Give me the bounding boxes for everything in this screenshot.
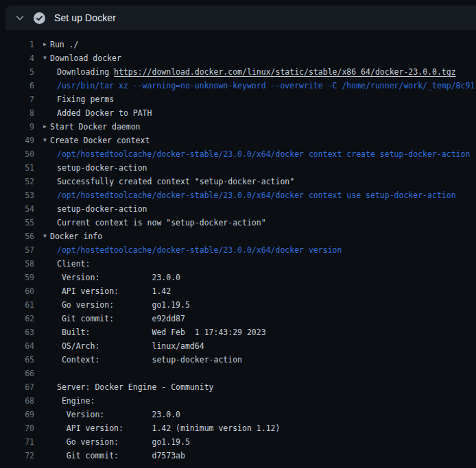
line-number[interactable]: 70 (0, 421, 34, 435)
log-text: Built: Wed Feb 1 17:43:29 2023 (57, 325, 266, 339)
log-text: Go version: go1.19.5 (57, 435, 190, 449)
line-number[interactable]: 61 (0, 298, 34, 312)
log-line: 72 Git commit: d7573ab (0, 449, 476, 463)
line-number[interactable]: 50 (0, 147, 34, 161)
log-text: Version: 23.0.0 (57, 408, 180, 421)
line-number[interactable]: 1 (0, 38, 34, 51)
log-command-text: /usr/bin/tar xz --warning=no-unknown-key… (57, 79, 475, 93)
check-circle-icon (25, 12, 45, 24)
group-label[interactable]: Start Docker daemon (50, 122, 141, 132)
line-number[interactable]: 6 (0, 79, 34, 93)
line-number[interactable]: 69 (0, 408, 34, 421)
line-number[interactable]: 57 (0, 243, 34, 257)
log-line: 61 Go version: go1.19.5 (0, 298, 476, 312)
log-line: 70 API version: 1.42 (minimum version 1.… (0, 421, 476, 435)
log-line: 55Current context is now "setup-docker-a… (0, 216, 476, 230)
log-line: 8Added Docker to PATH (0, 106, 476, 120)
line-number[interactable]: 53 (0, 188, 34, 202)
log-link[interactable]: https://download.docker.com/linux/static… (114, 67, 456, 77)
log-text: Context: setup-docker-action (57, 353, 242, 367)
log-line: 62 Git commit: e92dd87 (0, 312, 476, 325)
log-text: Client: (57, 257, 90, 271)
log-line: 51setup-docker-action (0, 161, 476, 175)
log-text: API version: 1.42 (57, 284, 171, 298)
log-line: 7Fixing perms (0, 93, 476, 106)
log-text: Fixing perms (57, 93, 114, 106)
log-line: 60 API version: 1.42 (0, 284, 476, 298)
step-title: Set up Docker (54, 12, 116, 23)
line-number[interactable]: 59 (0, 271, 34, 284)
log-group-line[interactable]: 56▼Docker info (0, 230, 476, 243)
log-line: 71 Go version: go1.19.5 (0, 435, 476, 449)
log-line: 53/opt/hostedtoolcache/docker-stable/23.… (0, 188, 476, 202)
line-number[interactable]: 67 (0, 380, 34, 394)
log-text: Version: 23.0.0 (57, 271, 180, 284)
group-label[interactable]: Download docker (50, 53, 121, 63)
log-line: 68 Engine: (0, 394, 476, 408)
log-line: 64 OS/Arch: linux/amd64 (0, 339, 476, 353)
line-number[interactable]: 9 (0, 120, 34, 134)
log-text: Go version: go1.19.5 (57, 298, 190, 312)
line-number[interactable]: 62 (0, 312, 34, 325)
group-label[interactable]: Docker info (50, 232, 102, 241)
log-text: OS/Arch: linux/amd64 (57, 339, 204, 353)
line-number[interactable]: 58 (0, 257, 34, 271)
log-line: 57/opt/hostedtoolcache/docker-stable/23.… (0, 243, 476, 257)
log-group-line[interactable]: 1▶Run ./ (0, 38, 476, 51)
chevron-down-icon[interactable] (14, 12, 25, 23)
line-number[interactable]: 8 (0, 106, 34, 120)
log-line: 6/usr/bin/tar xz --warning=no-unknown-ke… (0, 79, 476, 93)
log-group-line[interactable]: 9▶Start Docker daemon (0, 120, 476, 134)
step-header[interactable]: Set up Docker (5, 5, 476, 30)
line-number[interactable]: 65 (0, 353, 34, 367)
log-line: 52Successfully created context "setup-do… (0, 175, 476, 188)
line-number[interactable]: 54 (0, 202, 34, 216)
log-text: Current context is now "setup-docker-act… (57, 216, 266, 230)
line-number[interactable]: 7 (0, 93, 34, 106)
line-number[interactable]: 4 (0, 51, 34, 65)
line-number[interactable]: 63 (0, 325, 34, 339)
log-group-line[interactable]: 49▼Create Docker context (0, 134, 476, 147)
line-number[interactable]: 5 (0, 65, 34, 79)
log-text: Downloading https://download.docker.com/… (57, 65, 456, 79)
log-line: 50/opt/hostedtoolcache/docker-stable/23.… (0, 147, 476, 161)
group-arrow-icon[interactable]: ▶ (43, 120, 50, 134)
log-line: 65 Context: setup-docker-action (0, 353, 476, 367)
group-arrow-icon[interactable]: ▼ (43, 230, 50, 243)
group-arrow-icon[interactable]: ▼ (43, 134, 50, 147)
line-number[interactable]: 71 (0, 435, 34, 449)
log-line: 5Downloading https://download.docker.com… (0, 65, 476, 79)
log-command-text: /opt/hostedtoolcache/docker-stable/23.0.… (57, 147, 476, 161)
log-lines: 1▶Run ./4▼Download docker5Downloading ht… (0, 38, 476, 463)
group-label[interactable]: Create Docker context (50, 136, 150, 145)
line-number[interactable]: 68 (0, 394, 34, 408)
log-line: 67Server: Docker Engine - Community (0, 380, 476, 394)
log-text: Successfully created context "setup-dock… (57, 175, 294, 188)
line-number[interactable]: 52 (0, 175, 34, 188)
group-arrow-icon[interactable]: ▶ (43, 38, 50, 51)
log-line: 69 Version: 23.0.0 (0, 408, 476, 421)
line-number[interactable]: 72 (0, 449, 34, 463)
group-label[interactable]: Run ./ (50, 40, 79, 49)
log-text: setup-docker-action (57, 202, 147, 216)
log-command-text: /opt/hostedtoolcache/docker-stable/23.0.… (57, 188, 456, 202)
log-text: Added Docker to PATH (57, 106, 152, 120)
log-line: 58Client: (0, 257, 476, 271)
log-group-line[interactable]: 4▼Download docker (0, 51, 476, 65)
log-text: Git commit: e92dd87 (57, 312, 185, 325)
line-number[interactable]: 60 (0, 284, 34, 298)
log-text: Git commit: d7573ab (57, 449, 185, 463)
group-arrow-icon[interactable]: ▼ (43, 51, 50, 65)
line-number[interactable]: 55 (0, 216, 34, 230)
line-number[interactable]: 66 (0, 367, 34, 380)
log-text-prefix: Downloading (57, 67, 114, 77)
log-text: Engine: (57, 394, 95, 408)
line-number[interactable]: 51 (0, 161, 34, 175)
log-text: Server: Docker Engine - Community (57, 380, 213, 394)
log-line: 63 Built: Wed Feb 1 17:43:29 2023 (0, 325, 476, 339)
line-number[interactable]: 49 (0, 134, 34, 147)
log-text: setup-docker-action (57, 161, 147, 175)
line-number[interactable]: 64 (0, 339, 34, 353)
log-text: API version: 1.42 (minimum version 1.12) (57, 421, 280, 435)
line-number[interactable]: 56 (0, 230, 34, 243)
